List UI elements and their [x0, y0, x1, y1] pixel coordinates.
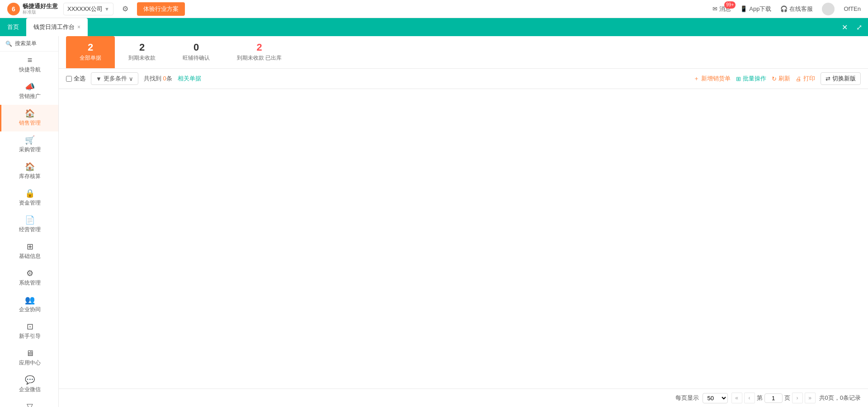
- related-link[interactable]: 相关单据: [178, 75, 201, 83]
- batch-icon: ⊞: [736, 75, 741, 82]
- online-service-button[interactable]: 🎧 在线客服: [780, 5, 813, 13]
- sidebar-item-finance[interactable]: 🔒 资金管理: [0, 185, 58, 211]
- app-download-icon: 📱: [740, 5, 747, 12]
- sidebar-item-app-center[interactable]: 🖥 应用中心: [0, 345, 58, 371]
- tab-bar-actions: ✕ ⤢: [835, 18, 868, 36]
- print-label: 打印: [803, 75, 815, 83]
- summary-tabs: 2 全部单据 2 到期未收款 0 旺辅待确认 2 到期未收款 已出库: [59, 36, 868, 69]
- app-download-label: App下载: [749, 5, 771, 13]
- batch-label: 批量操作: [743, 75, 766, 83]
- sidebar-item-operations[interactable]: 📄 经营管理: [0, 211, 58, 238]
- refresh-icon: ↻: [772, 75, 777, 82]
- prev-page-button[interactable]: ‹: [744, 393, 755, 403]
- filter-button[interactable]: ▼ 更多条件 ∨: [91, 72, 138, 85]
- filter-label: 更多条件: [104, 75, 127, 83]
- finance-icon: 🔒: [25, 189, 35, 197]
- sidebar-item-label: 销售管理: [19, 119, 41, 127]
- member-icon: ▽: [27, 402, 33, 407]
- top-bar-left: 6 畅捷通好生意 标准版 XXXXXX公司 ▼ ⚙ 体验行业方案: [7, 2, 185, 16]
- tab-all-label: 全部单据: [80, 54, 101, 62]
- tab-close-action[interactable]: ✕: [839, 22, 850, 33]
- tab-home[interactable]: 首页: [0, 18, 26, 36]
- message-icon: ✉: [712, 5, 717, 12]
- quick-nav-icon: ≡: [28, 56, 33, 64]
- close-icon[interactable]: ×: [77, 24, 80, 30]
- sidebar-item-purchase[interactable]: 🛒 采购管理: [0, 131, 58, 158]
- sidebar-item-member[interactable]: ▽ 畅会员: [0, 398, 58, 407]
- settings-icon[interactable]: ⚙: [119, 3, 132, 15]
- tab-expand-action[interactable]: ⤢: [854, 22, 864, 33]
- switch-button[interactable]: ⇄ 切换新版: [821, 72, 861, 85]
- sidebar-item-system[interactable]: ⚙ 系统管理: [0, 265, 58, 291]
- summary-tab-shipped[interactable]: 2 到期未收款 已出库: [223, 36, 295, 68]
- search-menu-button[interactable]: 🔍 搜索菜单: [0, 36, 58, 51]
- sidebar-item-quick-nav[interactable]: ≡ 快捷导航: [0, 51, 58, 78]
- page-label: 第: [757, 394, 763, 402]
- sidebar-item-label: 采购管理: [19, 146, 41, 154]
- sidebar-item-marketing[interactable]: 📣 营销推广: [0, 78, 58, 105]
- main-layout: 🔍 搜索菜单 ≡ 快捷导航 📣 营销推广 🏠 销售管理 🛒 采购管理 🏠 库存核…: [0, 36, 868, 407]
- sidebar-item-enterprise[interactable]: 👥 企业协同: [0, 291, 58, 318]
- add-sale-button[interactable]: ＋ 新增销货单: [693, 75, 731, 83]
- sidebar-item-label: 库存核算: [19, 173, 41, 180]
- per-page-label: 每页显示: [675, 394, 699, 402]
- next-page-button[interactable]: ›: [792, 393, 803, 403]
- tab-pending-label: 旺辅待确认: [183, 54, 210, 62]
- logo-icon: 6: [7, 3, 20, 15]
- refresh-button[interactable]: ↻ 刷新: [772, 75, 790, 83]
- logo-text: 畅捷通好生意 标准版: [23, 3, 58, 15]
- tab-cash-daily[interactable]: 钱货日清工作台 ×: [26, 18, 88, 36]
- headset-icon: 🎧: [780, 5, 788, 12]
- batch-button[interactable]: ⊞ 批量操作: [736, 75, 766, 83]
- sidebar-item-inventory[interactable]: 🏠 库存核算: [0, 158, 58, 185]
- message-button[interactable]: ✉ 消息 99+: [712, 5, 731, 13]
- operations-icon: 📄: [25, 216, 35, 224]
- app-download-button[interactable]: 📱 App下载: [740, 5, 771, 13]
- sidebar-item-label: 新手引导: [19, 332, 41, 340]
- per-page-select[interactable]: 10 20 50 100: [703, 393, 728, 403]
- basic-info-icon: ⊞: [27, 243, 33, 251]
- enterprise-icon: 👥: [25, 296, 35, 304]
- toolbar-right: ＋ 新增销货单 ⊞ 批量操作 ↻ 刷新 🖨 打印 ⇄ 切换新版: [693, 72, 861, 85]
- summary-tab-overdue[interactable]: 2 到期未收款: [115, 36, 169, 68]
- sidebar-item-label: 经营管理: [19, 226, 41, 234]
- sidebar-item-wechat[interactable]: 💬 企业微信: [0, 371, 58, 398]
- page-nav: « ‹ 第 页 › »: [731, 393, 816, 403]
- switch-label: 切换新版: [832, 75, 856, 83]
- wechat-icon: 💬: [25, 376, 35, 384]
- chevron-icon: ∨: [129, 75, 133, 82]
- company-selector[interactable]: XXXXXX公司 ▼: [63, 3, 113, 15]
- purchase-icon: 🛒: [25, 136, 35, 144]
- sidebar-item-guide[interactable]: ⊡ 新手引导: [0, 318, 58, 345]
- tab-all-count: 2: [88, 42, 93, 53]
- last-page-button[interactable]: »: [805, 393, 816, 403]
- toolbar: 全选 ▼ 更多条件 ∨ 共找到 0条 相关单据 ＋ 新增销货单 ⊞: [59, 69, 868, 89]
- sidebar-item-label: 营销推广: [19, 93, 41, 100]
- first-page-button[interactable]: «: [731, 393, 742, 403]
- sidebar-item-sales[interactable]: 🏠 销售管理: [0, 105, 58, 131]
- top-bar-right: ✉ 消息 99+ 📱 App下载 🎧 在线客服 OfTEn: [712, 3, 861, 15]
- print-button[interactable]: 🖨 打印: [796, 75, 815, 83]
- summary-tab-pending[interactable]: 0 旺辅待确认: [169, 36, 223, 68]
- sidebar-item-basic-info[interactable]: ⊞ 基础信息: [0, 238, 58, 265]
- sidebar-item-label: 快捷导航: [19, 66, 41, 74]
- select-all-input[interactable]: [66, 76, 72, 82]
- sidebar-item-label: 应用中心: [19, 359, 41, 367]
- avatar[interactable]: [822, 3, 835, 15]
- filter-icon: ▼: [96, 75, 102, 82]
- select-all-checkbox[interactable]: 全选: [66, 75, 85, 83]
- tab-overdue-count: 2: [139, 42, 145, 53]
- pagination-bar: 每页显示 10 20 50 100 « ‹ 第 页 › » 共0页，0条记录: [59, 388, 868, 407]
- logo-subtitle: 标准版: [23, 9, 58, 15]
- logo-area: 6 畅捷通好生意 标准版: [7, 3, 58, 15]
- print-icon: 🖨: [796, 75, 802, 82]
- sidebar-item-label: 企业微信: [19, 386, 41, 393]
- trial-button[interactable]: 体验行业方案: [137, 2, 185, 16]
- tab-cash-daily-label: 钱货日清工作台: [33, 23, 75, 31]
- select-all-label: 全选: [74, 75, 85, 83]
- content-area: 2 全部单据 2 到期未收款 0 旺辅待确认 2 到期未收款 已出库 全选: [59, 36, 868, 407]
- summary-tab-all[interactable]: 2 全部单据: [66, 36, 115, 68]
- toolbar-left: 全选 ▼ 更多条件 ∨ 共找到 0条 相关单据: [66, 72, 688, 85]
- page-input[interactable]: [764, 393, 783, 403]
- message-badge: 99+: [724, 1, 736, 9]
